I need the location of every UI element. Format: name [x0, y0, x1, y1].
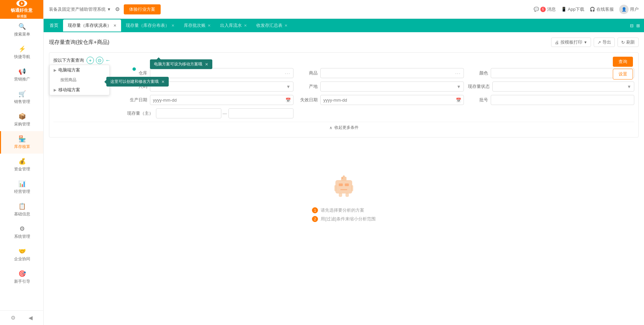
- expire-date-input-wrap: 📅: [320, 95, 464, 105]
- scheme-desktop-item[interactable]: ▶ 电脑端方案: [50, 65, 109, 75]
- origin-select[interactable]: ▼: [320, 82, 464, 92]
- quicknav-icon: ⚡: [18, 45, 26, 53]
- tab-label: 现存量（库存分布表）: [126, 22, 169, 29]
- add-scheme-button[interactable]: +: [87, 57, 94, 64]
- stock-status-select[interactable]: ▼: [492, 82, 634, 92]
- size-chevron: ▼: [286, 84, 290, 89]
- header-settings-icon[interactable]: ⚙: [115, 6, 120, 12]
- export-button[interactable]: ↗ 导出: [594, 38, 615, 47]
- collapse-bar[interactable]: ∧ 收起更多条件: [53, 122, 634, 133]
- tab-summary[interactable]: 收发存汇总表 ✕: [252, 19, 292, 32]
- tooltip-close-icon[interactable]: ✕: [205, 62, 208, 67]
- sidebar-item-finance[interactable]: 💰 资金管理: [0, 154, 43, 176]
- tab-maximize-icon[interactable]: ⊞: [636, 23, 640, 28]
- create-tooltip-close-icon[interactable]: ✕: [161, 79, 165, 84]
- sidebar-item-label: 系统管理: [14, 234, 30, 239]
- filter-row-2: 尺码 ▼ 产地 ▼ 现存量状态: [127, 82, 634, 92]
- system-icon: ⚙: [19, 225, 25, 232]
- sidebar-item-sales[interactable]: 🛒 销售管理: [0, 86, 43, 109]
- origin-label: 产地: [298, 84, 318, 90]
- tab-inout-flow[interactable]: 出入库流水 ✕: [215, 19, 252, 32]
- collapse-sidebar-icon[interactable]: ◀: [29, 315, 33, 321]
- create-scheme-tooltip: 这里可以创建和修改方案哦 ✕: [106, 77, 169, 87]
- refresh-button[interactable]: ↻ 刷新: [618, 38, 639, 47]
- stock-main-label: 现存量（主）: [127, 110, 153, 116]
- warehouse-select[interactable]: ···: [150, 68, 293, 78]
- expire-date-input[interactable]: [320, 95, 464, 105]
- settings-bottom-icon[interactable]: ⚙: [11, 315, 15, 321]
- sidebar-item-search[interactable]: 🔍 搜索菜单: [0, 19, 43, 41]
- tab-batch-ledger[interactable]: 库存批次账 ✕: [179, 19, 215, 32]
- sidebar-item-label: 采购管理: [14, 121, 30, 127]
- goods-select[interactable]: ···: [320, 68, 464, 78]
- refresh-label: 刷新: [626, 39, 635, 45]
- system-selector[interactable]: 装备及固定资产辅助管理系统 ▼: [49, 6, 111, 12]
- tab-minimize-icon[interactable]: ⊟: [630, 23, 634, 28]
- inventory-icon: 🏪: [18, 135, 26, 143]
- filter-buttons: 查询 设置: [613, 57, 633, 79]
- setup-button[interactable]: 设置: [613, 69, 633, 79]
- tab-close-icon[interactable]: ✕: [244, 24, 247, 28]
- produce-date-input-wrap: 📅: [150, 95, 293, 105]
- print-button[interactable]: 🖨 按模板打印 ▼: [551, 38, 591, 47]
- trial-button[interactable]: 体验行业方案: [124, 4, 161, 14]
- svg-rect-10: [345, 193, 349, 197]
- sidebar-item-quicknav[interactable]: ⚡ 快捷导航: [0, 41, 43, 64]
- sidebar-item-basic[interactable]: 📋 基础信息: [0, 199, 43, 221]
- message-button[interactable]: 💬 6 消息: [534, 6, 556, 12]
- svg-rect-7: [334, 185, 336, 191]
- app-download-button[interactable]: 📱 App下载: [561, 6, 584, 12]
- svg-rect-9: [339, 193, 342, 197]
- sidebar-item-guide[interactable]: 🎯 新手引导: [0, 266, 43, 288]
- calendar-icon[interactable]: 📅: [285, 98, 291, 103]
- tab-close-icon[interactable]: ✕: [113, 24, 116, 28]
- service-icon: 🎧: [590, 7, 595, 12]
- sidebar-item-label: 企业协同: [14, 256, 30, 262]
- stock-main-to[interactable]: [228, 108, 294, 118]
- produce-date-label: 生产日期: [127, 97, 147, 103]
- tab-home[interactable]: 首页: [45, 19, 63, 32]
- marketing-icon: 📢: [18, 68, 26, 75]
- sidebar-item-label: 销售管理: [14, 99, 30, 105]
- arrow-left-button[interactable]: ←: [105, 57, 111, 63]
- tab-inventory-status[interactable]: 现存量（库存状况表） ✕: [63, 19, 121, 32]
- produce-date-input[interactable]: [150, 95, 293, 105]
- sidebar-item-label: 经营管理: [14, 189, 30, 195]
- message-label: 消息: [547, 6, 556, 12]
- sidebar-item-system[interactable]: ⚙ 系统管理: [0, 221, 43, 243]
- scheme-mobile-item[interactable]: ▶ 移动端方案: [50, 85, 109, 95]
- copy-scheme-button[interactable]: ⊙: [96, 57, 103, 64]
- tab-inventory-dist[interactable]: 现存量（库存分布表） ✕: [121, 19, 179, 32]
- filter-field-color: 颜色 ▼: [468, 68, 634, 78]
- batch-input[interactable]: [491, 95, 634, 105]
- sidebar-item-operations[interactable]: 📊 经营管理: [0, 176, 43, 199]
- size-select[interactable]: ▼: [150, 82, 293, 92]
- stock-main-range: —: [156, 108, 293, 118]
- sidebar-item-inventory[interactable]: 🏪 库存核算: [0, 131, 43, 154]
- user-menu[interactable]: 👤 用户: [619, 5, 639, 14]
- scheme-desktop-child-item[interactable]: 按照商品: [50, 75, 109, 85]
- top-header: 装备及固定资产辅助管理系统 ▼ ⚙ 体验行业方案 💬 6 消息 📱 App下载 …: [44, 0, 644, 19]
- stock-status-label: 现存量状态: [468, 84, 490, 90]
- tab-close-icon[interactable]: ✕: [284, 24, 287, 28]
- filter-field-goods: 商品 ···: [298, 68, 464, 78]
- expire-date-label: 失效日期: [298, 97, 318, 103]
- tab-close-icon[interactable]: ✕: [208, 24, 211, 28]
- empty-illustration: [327, 168, 361, 202]
- corp-icon: 🤝: [18, 248, 26, 255]
- sidebar-item-purchase[interactable]: 📦 采购管理: [0, 109, 43, 131]
- search-button[interactable]: 查询: [613, 57, 633, 67]
- message-icon: 💬: [534, 7, 539, 12]
- avatar-icon: 👤: [622, 7, 627, 12]
- sidebar-item-marketing[interactable]: 📢 营销推广: [0, 64, 43, 86]
- sidebar-item-label: 新手引导: [14, 279, 30, 284]
- filter-field-stock-main: 现存量（主） —: [127, 108, 293, 118]
- online-service-button[interactable]: 🎧 在线客服: [590, 6, 614, 12]
- tab-close-icon[interactable]: ✕: [171, 24, 174, 28]
- sidebar-item-corp[interactable]: 🤝 企业协同: [0, 243, 43, 266]
- header-right: 💬 6 消息 📱 App下载 🎧 在线客服 👤 用户: [534, 5, 639, 14]
- stock-main-from[interactable]: [156, 108, 221, 118]
- sales-icon: 🛒: [18, 90, 26, 98]
- calendar-icon2[interactable]: 📅: [456, 98, 461, 103]
- user-avatar: 👤: [619, 5, 629, 14]
